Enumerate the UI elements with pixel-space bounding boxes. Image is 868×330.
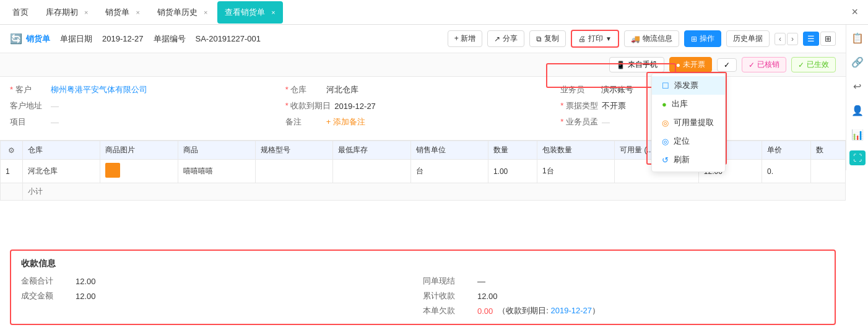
sidebar-icon-doc[interactable]: 📋: [849, 30, 866, 46]
history-button[interactable]: 历史单据: [726, 30, 770, 47]
tab-sales-history[interactable]: 销货单历史 ×: [150, 1, 215, 24]
tab-sales-history-close[interactable]: ×: [204, 9, 207, 16]
from-phone-button[interactable]: 📱 来自手机: [609, 57, 664, 72]
tab-view-sales-close[interactable]: ×: [271, 9, 275, 16]
tab-sales-label: 销货单: [105, 7, 129, 18]
project-field: 项目 —: [10, 116, 285, 128]
sidebar-icon-link[interactable]: 🔗: [849, 54, 866, 71]
not-open-button[interactable]: ● 未开票: [669, 57, 712, 72]
row-spec: [255, 160, 332, 183]
share-icon: ↗: [494, 35, 500, 43]
sidebar-icon-expand[interactable]: ⛶: [849, 150, 866, 165]
col-spec: 规格型号: [255, 141, 332, 160]
toolbar: + 新增 ↗ 分享 ⧉ 复制 🖨 打印 ▼ 🚚 物流信息: [448, 30, 836, 48]
warehouse-field: 仓库 河北仓库: [285, 84, 561, 95]
col-gear: ⚙: [1, 141, 23, 160]
history-label: 历史单据: [733, 33, 763, 44]
dropdown-item-add-invoice[interactable]: ☐ 添发票: [652, 76, 725, 95]
logistics-button[interactable]: 🚚 物流信息: [624, 30, 679, 47]
confirm-button[interactable]: ✓: [717, 58, 737, 72]
tab-sales[interactable]: 销货单 ×: [98, 1, 147, 24]
grid-view-btn[interactable]: ⊞: [820, 32, 836, 46]
warehouse-label: 仓库: [285, 84, 323, 95]
add-note-btn[interactable]: + 添加备注: [326, 116, 365, 128]
sold-label: 已核销: [757, 59, 779, 70]
customer-value[interactable]: 柳州粤港平安气体有限公司: [51, 84, 147, 95]
tab-home[interactable]: 首页: [5, 1, 36, 24]
summary-title: 收款信息: [21, 258, 825, 269]
document-header: 🔄 销货单 单据日期 2019-12-27 单据编号 SA-20191227-0…: [0, 25, 846, 53]
deal-amount-row: 成交金额 12.00: [21, 290, 423, 302]
row-min-stock: [333, 160, 410, 183]
note-field: 备注 + 添加备注: [285, 116, 561, 128]
amount-total-row: 金额合计 12.00: [21, 276, 423, 287]
col-price: 单价: [762, 141, 811, 160]
address-value: —: [51, 102, 59, 111]
project-value: —: [51, 118, 59, 127]
product-image: [105, 163, 120, 178]
add-button[interactable]: + 新增: [448, 30, 482, 47]
sidebar-icon-user[interactable]: 👤: [849, 102, 866, 119]
tab-home-label: 首页: [12, 7, 28, 18]
share-button[interactable]: ↗ 分享: [487, 30, 524, 47]
gear-icon[interactable]: ⚙: [8, 146, 15, 155]
not-open-icon: ●: [676, 61, 680, 69]
col-product: 商品: [178, 141, 255, 160]
sidebar-icon-return[interactable]: ↩: [851, 78, 864, 95]
warehouse-value: 河北仓库: [326, 84, 358, 95]
from-phone-label: 来自手机: [628, 59, 658, 70]
dropdown-item-avail[interactable]: ◎ 可用量提取: [652, 113, 725, 132]
effective-check-icon: ✓: [798, 61, 804, 69]
ticket-label: 票据类型: [560, 100, 598, 111]
dropdown-item-locate[interactable]: ◎ 定位: [652, 132, 725, 150]
window-close-button[interactable]: ×: [846, 6, 863, 19]
sold-badge: ✓ 已核销: [742, 57, 786, 72]
dropdown-item-refresh[interactable]: ↺ 刷新: [652, 150, 725, 169]
operations-button[interactable]: ⊞ 操作: [684, 30, 721, 47]
add-note-label: 添加备注: [333, 117, 365, 126]
amount-total-label: 金额合计: [21, 276, 71, 287]
tab-view-sales[interactable]: 查看销货单 ×: [217, 1, 282, 24]
col-unit: 销售单位: [410, 141, 488, 160]
sidebar-icon-chart[interactable]: 📊: [849, 126, 866, 143]
avail-icon: ◎: [662, 118, 669, 128]
copy-button[interactable]: ⧉ 复制: [529, 30, 566, 47]
operations-dropdown: ☐ 添发票 ● 出库 ◎ 可用量提取 ◎ 定位 ↺ 刷新: [651, 73, 726, 172]
tab-inventory-close[interactable]: ×: [84, 9, 88, 16]
next-arrow[interactable]: ›: [787, 33, 798, 45]
prev-arrow[interactable]: ‹: [775, 33, 786, 45]
row-qty: 1.00: [488, 160, 537, 183]
logistics-icon: 🚚: [631, 35, 640, 43]
due-date-link[interactable]: 2019-12-27: [551, 306, 592, 315]
salesman-label: 业务员孟: [560, 116, 598, 128]
arrears-label: 本单欠款: [423, 305, 472, 316]
due-note: （收款到期日: 2019-12-27）: [498, 305, 600, 316]
same-order-row: 同单现结 —: [423, 276, 825, 287]
add-invoice-label: 添发票: [674, 80, 698, 91]
number-label: 单据编号: [154, 33, 186, 45]
ticket-value: 不开票: [602, 100, 626, 111]
list-view-btn[interactable]: ☰: [803, 32, 819, 46]
cumulative-value: 12.00: [477, 292, 498, 301]
row-pkg-qty: 1台: [537, 160, 614, 183]
refresh-icon: ↺: [662, 155, 669, 165]
avail-label: 可用量提取: [674, 117, 714, 128]
tab-inventory[interactable]: 库存期初 ×: [38, 1, 95, 24]
dropdown-item-outbound[interactable]: ● 出库: [652, 95, 725, 113]
row-extra: [811, 160, 846, 183]
col-pkg-qty: 包装数量: [537, 141, 614, 160]
arrears-row: 本单欠款 0.00 （收款到期日: 2019-12-27）: [423, 305, 825, 316]
tab-sales-close[interactable]: ×: [136, 9, 139, 16]
effective-label: 已生效: [807, 59, 829, 70]
operations-icon: ⊞: [691, 35, 697, 43]
row-price: 0.: [762, 160, 811, 183]
print-button[interactable]: 🖨 打印 ▼: [571, 30, 619, 48]
nav-arrows: ‹ ›: [775, 33, 798, 45]
number-value: SA-20191227-001: [196, 34, 261, 43]
due-date-label: 收款到期日: [285, 100, 331, 111]
copy-label: 复制: [544, 33, 559, 44]
deal-amount-label: 成交金额: [21, 290, 71, 302]
copy-icon: ⧉: [536, 35, 542, 43]
outbound-label: 出库: [672, 98, 688, 110]
address-field: 客户地址 —: [10, 100, 285, 111]
